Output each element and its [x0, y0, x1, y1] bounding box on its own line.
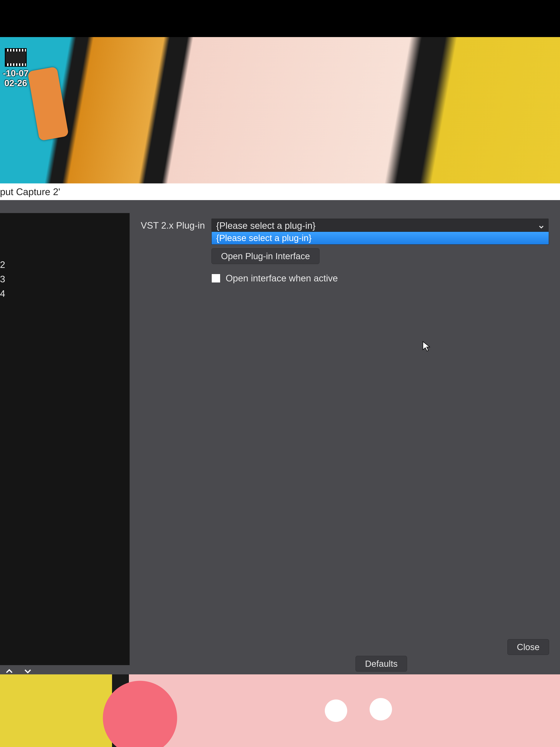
defaults-button[interactable]: Defaults — [355, 656, 407, 672]
desktop-wallpaper-top — [0, 37, 560, 185]
sidebar-item[interactable]: 3 — [0, 272, 130, 286]
filter-properties-panel: VST 2.x Plug-in {Please select a plug-in… — [141, 218, 560, 663]
desktop-icon-label: -10-07 02-26 — [0, 69, 31, 88]
plugin-select[interactable]: {Please select a plug-in} — [212, 218, 549, 232]
plugin-select-value: {Please select a plug-in} — [216, 221, 315, 231]
video-thumbnail-icon — [5, 48, 27, 67]
sidebar-item[interactable]: 2 — [0, 258, 130, 272]
plugin-field-label: VST 2.x Plug-in — [141, 218, 205, 232]
close-button[interactable]: Close — [507, 639, 549, 655]
window-titlebar[interactable]: put Capture 2' — [0, 183, 560, 200]
plugin-dropdown[interactable]: {Please select a plug-in} — [212, 232, 549, 244]
plugin-option[interactable]: {Please select a plug-in} — [212, 232, 549, 244]
desktop-video-icon[interactable]: -10-07 02-26 — [0, 48, 31, 88]
filters-sidebar[interactable]: 2 3 4 — [0, 213, 130, 665]
open-when-active-checkbox[interactable] — [212, 274, 220, 283]
open-when-active-label: Open interface when active — [225, 272, 338, 285]
desktop-wallpaper-bottom — [0, 674, 560, 747]
sidebar-item[interactable]: 4 — [0, 286, 130, 301]
chevron-down-icon — [538, 222, 545, 233]
filters-dialog: 2 3 4 VST 2.x Plug-in {Please select a p… — [0, 200, 560, 674]
mouse-cursor-icon — [422, 341, 430, 353]
window-title: put Capture 2' — [0, 186, 60, 197]
open-plugin-interface-button[interactable]: Open Plug-in Interface — [212, 248, 319, 264]
